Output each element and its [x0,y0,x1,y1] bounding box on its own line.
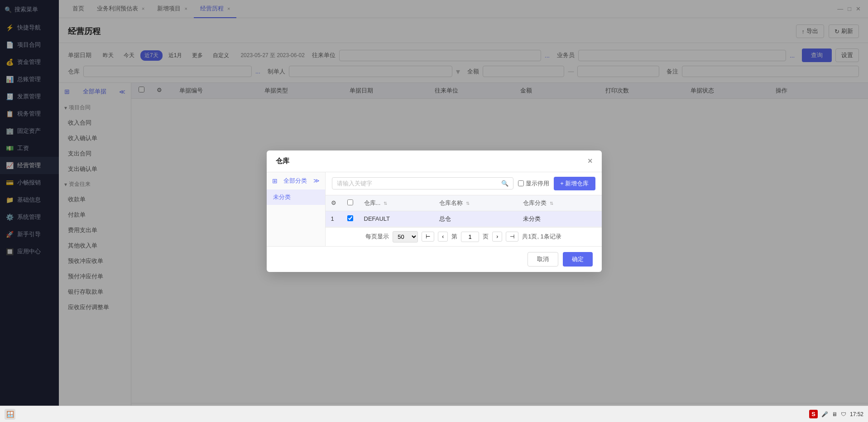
taskbar-left: 🪟 [5,409,15,420]
systray-mic-icon[interactable]: 🎤 [821,411,828,417]
dialog-per-page-select[interactable]: 50 10 20 100 [393,231,418,243]
dialog-select-all-checkbox[interactable] [347,199,353,205]
dialog-header: 仓库 × [267,150,602,172]
dialog-page-label: 第 [451,233,457,241]
dialog-th-code[interactable]: 仓库... ⇅ [359,195,434,211]
dialog-first-page-btn[interactable]: ⊢ [422,232,434,242]
dialog-per-page-label: 每页显示 [365,233,389,241]
row-checkbox [342,211,359,227]
dialog-left-all-category[interactable]: ⊞ 全部分类 ≫ [267,172,325,189]
dialog-title: 仓库 [276,157,289,165]
dialog-th-category[interactable]: 仓库分类 ⇅ [518,195,601,211]
row-name: 总仓 [434,211,518,227]
sort-icon-code: ⇅ [384,201,387,206]
dialog-left-collapse-icon[interactable]: ≫ [313,177,320,184]
dialog-table: ⚙ 仓库... ⇅ 仓库名称 [326,195,602,227]
dialog-close-button[interactable]: × [588,157,593,165]
dialog-page-input[interactable] [461,232,479,242]
dialog-next-page-btn[interactable]: › [492,232,502,242]
row-select-checkbox[interactable] [347,215,353,221]
row-settings: 1 [326,211,342,227]
all-category-label: 全部分类 [283,177,307,185]
dialog-body: ⊞ 全部分类 ≫ 未分类 🔍 显示停用 [267,172,602,246]
dialog-search-box: 🔍 [332,177,514,189]
taskbar: 🪟 S 🎤 🖥 🛡 17:52 [0,406,868,422]
taskbar-app-icon[interactable]: 🪟 [5,409,15,420]
systray-shield-icon[interactable]: 🛡 [841,411,846,417]
sort-icon-name: ⇅ [466,201,470,206]
confirm-button[interactable]: 确定 [563,252,593,267]
dialog-page-unit: 页 [483,233,489,241]
warehouse-dialog: 仓库 × ⊞ 全部分类 ≫ 未分类 🔍 [267,150,602,272]
th-settings-icon: ⚙ [331,199,336,206]
systray-screen-icon[interactable]: 🖥 [832,411,837,417]
all-category-icon: ⊞ [272,177,278,184]
show-disabled-label[interactable]: 显示停用 [518,179,549,188]
dialog-total-records: 共1页, 1条记录 [522,233,561,241]
dialog-prev-page-btn[interactable]: ‹ [438,232,448,242]
row-category: 未分类 [518,211,601,227]
dialog-overlay: 仓库 × ⊞ 全部分类 ≫ 未分类 🔍 [0,0,868,422]
taskbar-time: 17:52 [850,411,863,417]
dialog-th-name[interactable]: 仓库名称 ⇅ [434,195,518,211]
dialog-th-name-label: 仓库名称 [439,199,463,206]
row-code: DEFAULT [359,211,434,227]
sort-icon-category: ⇅ [550,201,553,206]
add-warehouse-button[interactable]: + 新增仓库 [554,177,595,190]
table-row[interactable]: 1 DEFAULT 总仓 未分类 [326,211,602,227]
systray-s-icon: S [809,410,818,418]
show-disabled-text: 显示停用 [526,179,549,188]
dialog-actions: 取消 确定 [267,246,602,272]
dialog-left-panel: ⊞ 全部分类 ≫ 未分类 [267,172,326,246]
dialog-th-code-label: 仓库... [364,199,381,206]
dialog-th-settings[interactable]: ⚙ [326,195,342,211]
dialog-left-item-uncategorized[interactable]: 未分类 [267,189,325,205]
dialog-th-checkbox [342,195,359,211]
dialog-search-icon[interactable]: 🔍 [501,180,508,187]
dialog-th-category-label: 仓库分类 [523,199,547,206]
dialog-pagination: 每页显示 50 10 20 100 ⊢ ‹ 第 页 › ⊣ 共1页, 1条记录 [326,227,602,246]
system-tray: S 🎤 🖥 🛡 17:52 [809,410,863,418]
dialog-toolbar: 🔍 显示停用 + 新增仓库 [326,172,602,195]
dialog-last-page-btn[interactable]: ⊣ [506,232,518,242]
dialog-right-panel: 🔍 显示停用 + 新增仓库 ⚙ [326,172,602,246]
show-disabled-checkbox[interactable] [518,180,524,186]
cancel-button[interactable]: 取消 [528,252,558,267]
row-no: 1 [331,215,334,222]
dialog-search-input[interactable] [337,180,499,187]
